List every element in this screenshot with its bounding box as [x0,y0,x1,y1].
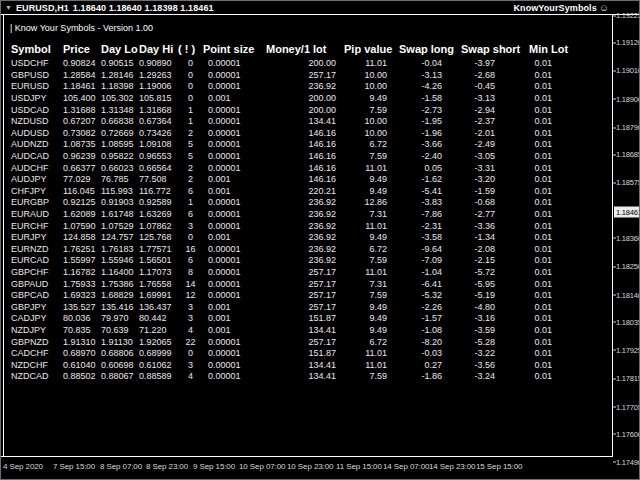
table-row: EURCHF1.075901.075291.0786230.00001236.9… [11,220,552,232]
column-header: Symbol [11,43,51,55]
time-axis-label: 10 Sep 23:00 [287,462,333,471]
value-cell: 0.00001 [203,279,266,290]
value-cell: 2 [178,174,203,185]
value-cell: 0.27 [387,360,442,371]
value-cell: 1.08595 [101,139,139,150]
value-cell: 9.49 [336,325,387,336]
value-cell: 0.01 [495,279,552,290]
value-cell: 70.639 [101,325,139,336]
value-cell: 146.16 [266,139,336,150]
time-axis-label: 11 Sep 15:00 [336,462,382,471]
value-cell: 0.00001 [203,163,266,174]
value-cell: -4.26 [387,81,442,92]
price-axis-label: 1.18900 [616,94,640,103]
value-cell: -3.22 [442,348,495,359]
value-cell: -3.24 [442,371,495,382]
time-axis[interactable]: 4 Sep 20207 Sep 15:008 Sep 07:008 Sep 23… [1,457,612,480]
value-cell: 257.17 [266,302,336,313]
table-row: USDCHF0.908240.905150.9089000.00001200.0… [11,58,552,70]
value-cell: 0.92125 [63,197,101,208]
value-cell: -2.37 [442,116,495,127]
value-cell: 0.60698 [101,360,139,371]
value-cell: 1.62089 [63,209,101,220]
value-cell: -1.59 [442,186,495,197]
value-cell: 146.16 [266,151,336,162]
value-cell: 0.01 [495,58,552,69]
price-axis[interactable]: 1.192251.191201.190101.189001.187901.186… [613,1,640,480]
value-cell: 0.01 [495,105,552,116]
table-row: USDCAD1.316881.313481.3186810.00001200.0… [11,104,552,116]
table-row: USDJPY105.400105.302105.81500.001200.009… [11,93,552,105]
value-cell: 1 [178,116,203,127]
value-cell: -0.68 [442,197,495,208]
value-cell: -2.26 [387,302,442,313]
value-cell: 0.01 [495,244,552,255]
value-cell: 0.01 [495,360,552,371]
value-cell: -1.08 [387,325,442,336]
value-cell: 0.72669 [101,128,139,139]
chart-dropdown-icon[interactable]: ▼ [5,1,12,14]
value-cell: 0.00001 [203,128,266,139]
value-cell: -3.97 [442,58,495,69]
value-cell: 0.67364 [139,116,178,127]
value-cell: 0.00001 [203,348,266,359]
value-cell: 1.75386 [101,279,139,290]
value-cell: 0.00001 [203,105,266,116]
value-cell: 0.01 [495,232,552,243]
price-axis-label: 1.18140 [616,290,640,299]
value-cell: 0.01 [495,70,552,81]
value-cell: 0.01 [495,174,552,185]
value-cell: 0.96239 [63,151,101,162]
ea-smiley-icon[interactable]: ☺ [599,3,609,13]
value-cell: 236.92 [266,221,336,232]
table-row: GBPUSD1.285841.281461.2926300.00001257.1… [11,70,552,82]
value-cell: 0.001 [203,186,266,197]
value-cell: 1.68829 [101,290,139,301]
value-cell: -3.36 [442,221,495,232]
table-header-row: SymbolPriceDay LoDay Hi( ! )Point sizeMo… [1,43,612,57]
value-cell: 1.76183 [101,244,139,255]
indicator-subtitle: | Know Your Symbols - Version 1.00 [10,23,153,33]
value-cell: -2.77 [442,209,495,220]
chart-title-bar[interactable]: ▼ EURUSD,H1 1.18640 1.18640 1.18398 1.18… [1,1,639,15]
value-cell: -3.58 [387,232,442,243]
value-cell: 79.970 [101,313,139,324]
price-axis-label: 1.19010 [616,66,640,75]
value-cell: 0.68999 [139,348,178,359]
value-cell: 236.92 [266,232,336,243]
value-cell: 6.72 [336,337,387,348]
table-row: NZDJPY70.83570.63971.22040.001134.419.49… [11,325,552,337]
value-cell: 0.00001 [203,255,266,266]
value-cell: 1.91310 [63,337,101,348]
value-cell: 10.00 [336,70,387,81]
value-cell: 1.55997 [63,255,101,266]
column-header: Swap short [461,43,520,55]
value-cell: 0.01 [495,163,552,174]
value-cell: -1.34 [442,232,495,243]
value-cell: -3.16 [442,313,495,324]
value-cell: 0.73426 [139,128,178,139]
value-cell: 14 [178,279,203,290]
table-row: CADJPY80.03679.97080.44230.001151.879.49… [11,313,552,325]
value-cell: 0.01 [495,255,552,266]
value-cell: 0.001 [203,232,266,243]
value-cell: 70.835 [63,325,101,336]
value-cell: 11.01 [336,360,387,371]
symbol-cell: USDCAD [11,105,63,116]
value-cell: 0.68970 [63,348,101,359]
value-cell: 0 [178,232,203,243]
value-cell: -2.01 [442,128,495,139]
value-cell: 1.07862 [139,221,178,232]
value-cell: -2.49 [442,139,495,150]
value-cell: -2.08 [442,244,495,255]
value-cell: 1.61748 [101,209,139,220]
table-row: CHFJPY116.045115.993116.77260.001220.219… [11,186,552,198]
value-cell: -8.20 [387,337,442,348]
value-cell: 7.59 [336,151,387,162]
value-cell: 220.21 [266,186,336,197]
value-cell: -2.94 [442,105,495,116]
symbol-cell: EURCAD [11,255,63,266]
value-cell: -2.15 [442,255,495,266]
value-cell: 0.01 [495,371,552,382]
value-cell: 257.17 [266,70,336,81]
